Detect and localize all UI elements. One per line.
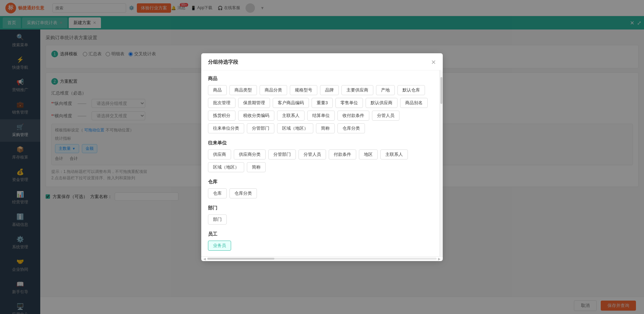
modal-title: 分组待选字段	[208, 59, 238, 65]
hscroll-right-arrow[interactable]: ▶	[438, 257, 441, 261]
field-manager[interactable]: 分管人员	[372, 111, 399, 121]
field-partner-contact[interactable]: 主联系人	[380, 149, 408, 160]
modal-layout: 商品 商品 商品类型 商品分类 规格型号 品牌 主要供应商 产地 默认仓库 批次…	[201, 70, 443, 256]
modal-vertical-scrollbar[interactable]	[439, 70, 443, 256]
field-partner-region[interactable]: 区域（地区）	[208, 162, 244, 172]
field-salesperson[interactable]: 业务员	[208, 241, 231, 251]
hscroll-thumb	[207, 258, 274, 260]
field-retail-unit[interactable]: 零售单位	[335, 98, 363, 108]
field-default-supplier[interactable]: 默认供应商	[366, 98, 397, 108]
section-dept: 部门 部门	[208, 205, 433, 225]
field-supplier[interactable]: 供应商	[208, 149, 231, 160]
field-brand[interactable]: 品牌	[320, 85, 339, 95]
field-main-contact[interactable]: 主联系人	[277, 111, 305, 121]
modal-dialog: 分组待选字段 ✕ 商品 商品 商品类型 商品分类 规格型号 品牌 主要供应商 产…	[201, 53, 443, 261]
field-customer-code[interactable]: 客户商品编码	[273, 98, 309, 108]
hscroll-track[interactable]	[207, 258, 437, 260]
section-partner: 往来单位 供应商 供应商分类 分管部门 分管人员 付款条件 地区 主联系人 区域…	[208, 140, 433, 172]
field-spec-model[interactable]: 规格型号	[290, 85, 317, 95]
employee-fields: 业务员	[208, 241, 433, 251]
section-dept-title: 部门	[208, 205, 433, 211]
field-pick-points[interactable]: 拣货积分	[208, 111, 235, 121]
section-employee-title: 员工	[208, 231, 433, 237]
section-product: 商品 商品 商品类型 商品分类 规格型号 品牌 主要供应商 产地 默认仓库 批次…	[208, 76, 433, 133]
modal-vscroll-thumb	[440, 77, 442, 104]
field-payment-terms[interactable]: 收付款条件	[337, 111, 369, 121]
section-warehouse: 仓库 仓库 仓库分类	[208, 179, 433, 198]
modal-body: 商品 商品 商品类型 商品分类 规格型号 品牌 主要供应商 产地 默认仓库 批次…	[201, 70, 439, 256]
modal-header: 分组待选字段 ✕	[201, 53, 443, 70]
field-shelf-life[interactable]: 保质期管理	[238, 98, 270, 108]
field-payment-cond[interactable]: 付款条件	[329, 149, 356, 160]
field-dept-mgmt[interactable]: 分管部门	[247, 123, 274, 133]
section-partner-title: 往来单位	[208, 140, 433, 146]
modal-hscrollbar-row: ◀ ▶	[201, 256, 443, 261]
section-warehouse-title: 仓库	[208, 179, 433, 185]
dept-fields: 部门	[208, 214, 433, 225]
field-region[interactable]: 区域（地区）	[277, 123, 313, 133]
field-default-warehouse[interactable]: 默认仓库	[397, 85, 425, 95]
field-warehouse[interactable]: 仓库	[208, 188, 227, 198]
field-settlement-unit[interactable]: 结算单位	[307, 111, 335, 121]
field-product-alias[interactable]: 商品别名	[400, 98, 428, 108]
modal-overlay: 分组待选字段 ✕ 商品 商品 商品类型 商品分类 规格型号 品牌 主要供应商 产…	[0, 0, 644, 314]
section-employee: 员工 业务员	[208, 231, 433, 251]
field-warehouse-category[interactable]: 仓库分类	[337, 123, 365, 133]
field-dept[interactable]: 部门	[208, 214, 227, 225]
field-partner-abbr[interactable]: 简称	[247, 162, 266, 172]
field-abbr[interactable]: 简称	[316, 123, 335, 133]
field-product[interactable]: 商品	[208, 85, 227, 95]
modal-close-button[interactable]: ✕	[431, 59, 436, 66]
product-fields: 商品 商品类型 商品分类 规格型号 品牌 主要供应商 产地 默认仓库 批次管理 …	[208, 85, 433, 133]
field-product-category[interactable]: 商品分类	[260, 85, 287, 95]
field-weight3[interactable]: 重量3	[312, 98, 333, 108]
field-partner-category[interactable]: 往来单位分类	[208, 123, 244, 133]
field-partner-dept[interactable]: 分管部门	[268, 149, 296, 160]
field-wh-category[interactable]: 仓库分类	[229, 188, 257, 198]
field-area[interactable]: 地区	[359, 149, 378, 160]
field-main-supplier[interactable]: 主要供应商	[341, 85, 373, 95]
field-origin[interactable]: 产地	[376, 85, 395, 95]
field-partner-person[interactable]: 分管人员	[299, 149, 326, 160]
field-tax-code[interactable]: 税收分类编码	[238, 111, 274, 121]
warehouse-fields: 仓库 仓库分类	[208, 188, 433, 198]
field-supplier-category[interactable]: 供应商分类	[234, 149, 266, 160]
section-product-title: 商品	[208, 76, 433, 82]
field-product-type[interactable]: 商品类型	[229, 85, 257, 95]
field-batch-mgmt[interactable]: 批次管理	[208, 98, 235, 108]
partner-fields: 供应商 供应商分类 分管部门 分管人员 付款条件 地区 主联系人 区域（地区） …	[208, 149, 433, 172]
hscroll-left-arrow[interactable]: ◀	[203, 257, 206, 261]
